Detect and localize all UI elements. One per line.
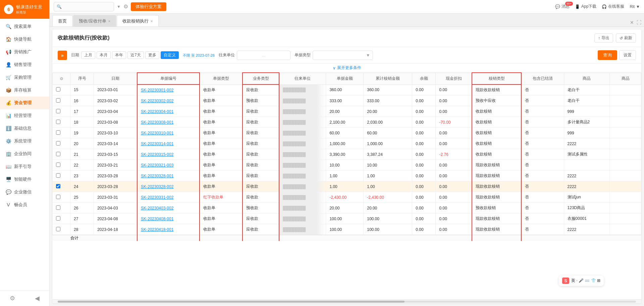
online-service-button[interactable]: 🎧 在线客服	[602, 4, 624, 9]
cell-checkbox[interactable]	[53, 106, 70, 117]
cell-sk-no[interactable]: SK-20230403-002	[137, 203, 200, 213]
cell-checkbox[interactable]	[53, 138, 70, 149]
tab-prepay-close[interactable]: ×	[108, 19, 110, 23]
tab-prepay[interactable]: 预收/应收付单 ×	[73, 15, 116, 26]
cell-checkbox[interactable]	[53, 181, 70, 192]
cell-sk-no[interactable]: SK-20230331-002	[137, 192, 200, 203]
sidebar-item-wechat[interactable]: 💬企业微信	[0, 186, 49, 198]
date-btn-more[interactable]: 更多	[145, 51, 159, 59]
tab-home[interactable]: 首页	[52, 15, 72, 26]
filter-expand-button[interactable]: »	[58, 51, 67, 60]
col-header-gear[interactable]: ⚙	[53, 73, 70, 84]
tab-close-icon[interactable]: ✕	[630, 20, 634, 25]
cell-checkbox[interactable]	[53, 96, 70, 106]
cell-checkbox[interactable]	[53, 128, 70, 138]
cell-checkbox[interactable]	[53, 203, 70, 213]
sidebar-item-system[interactable]: ⚙️系统管理	[0, 135, 49, 147]
cell-sk-no[interactable]: SK-20230418-001	[137, 224, 200, 235]
cell-sk-no[interactable]: SK-20230408-001	[137, 213, 200, 224]
topbar-arrow-icon[interactable]: ▼	[117, 4, 121, 9]
cell-sk-no[interactable]: SK-20230315-002	[137, 149, 200, 160]
sidebar-item-finance[interactable]: 💰资金管理	[0, 97, 49, 109]
filter-date-group: 日期 上月 本月 本年 近7天 更多 自定义	[71, 51, 179, 59]
cell-sk-no[interactable]: SK-20230314-001	[137, 138, 200, 149]
sidebar-item-operation[interactable]: 📊经营管理	[0, 109, 49, 122]
sidebar-item-purchase[interactable]: 🛒采购管理	[0, 71, 49, 84]
sidebar-item-search[interactable]: 🔍搜索菜单	[0, 20, 49, 33]
cell-sk-no[interactable]: SK-20230310-001	[137, 128, 200, 138]
table-row[interactable]: 20 2023-03-14 SK-20230314-001 收款单 应收款 ██…	[53, 138, 641, 149]
date-btn-last-month[interactable]: 上月	[81, 51, 95, 59]
cell-checkbox[interactable]	[53, 213, 70, 224]
query-button[interactable]: 查询	[598, 50, 617, 60]
table-row[interactable]: 17 2023-03-04 SK-20230304-001 收款单 应收款 ██…	[53, 106, 641, 117]
topbar-search[interactable]: 🔍	[54, 2, 114, 11]
date-btn-this-year[interactable]: 本年	[112, 51, 126, 59]
sidebar-icon-operation: 📊	[5, 113, 11, 118]
cell-sk-no[interactable]: SK-20230304-001	[137, 106, 200, 117]
cell-goods: 多计量商品2	[564, 117, 610, 128]
expand-more-button[interactable]: ∨ 展开更多条件	[333, 65, 361, 71]
settings-gear-icon[interactable]: ⚙	[8, 293, 16, 303]
cell-include-settled: 否	[521, 171, 564, 181]
cell-checkbox[interactable]	[53, 224, 70, 235]
table-row[interactable]: 19 2023-03-10 SK-20230310-001 收款单 应收款 ██…	[53, 128, 641, 138]
table-row[interactable]: 21 2023-03-15 SK-20230315-002 收款单 应收款 ██…	[53, 149, 641, 160]
sidebar-item-basic[interactable]: ℹ️基础信息	[0, 122, 49, 135]
industry-solution-button[interactable]: 体验行业方案	[131, 2, 166, 11]
topbar-gear-icon[interactable]: ⚙	[123, 3, 128, 10]
cell-checkbox[interactable]	[53, 117, 70, 128]
sidebar-item-corp[interactable]: 🏢企业协同	[0, 147, 49, 160]
collapse-icon[interactable]: ◀	[34, 293, 41, 303]
cell-checkbox[interactable]	[53, 171, 70, 181]
app-download-button[interactable]: 📱 App下载	[575, 4, 596, 9]
cell-checkbox[interactable]	[53, 149, 70, 160]
sidebar-item-marketing[interactable]: 📢营销推广	[0, 46, 49, 58]
date-btn-7days[interactable]: 近7天	[127, 51, 144, 59]
user-menu[interactable]: Rit ▼	[630, 4, 640, 9]
sidebar-item-inventory[interactable]: 📦库存核算	[0, 84, 49, 97]
table-row[interactable]: 24 2023-03-28 SK-20230328-002 收款单 应收款 ██…	[53, 181, 641, 192]
filter-settings-button[interactable]: 设置	[619, 50, 636, 60]
table-row[interactable]: 23 2023-03-28 SK-20230328-001 收款单 应收款 ██…	[53, 171, 641, 181]
date-options: 上月 本月 本年 近7天 更多 自定义	[81, 51, 179, 59]
sidebar-item-sales[interactable]: 👤销售管理	[0, 58, 49, 71]
export-button[interactable]: ↑ 导出	[594, 34, 613, 43]
cell-checkbox[interactable]	[53, 84, 70, 96]
table-row[interactable]: 22 2023-03-21 SK-20230321-003 收款单 应收款 ██…	[53, 160, 641, 171]
tab-collection[interactable]: 收款核销执行 ×	[117, 15, 158, 26]
receipt-type-select[interactable]: ▼	[313, 51, 373, 60]
tab-maximize-icon[interactable]: ⛶	[637, 20, 641, 25]
cell-sk-no[interactable]: SK-20230302-002	[137, 96, 200, 106]
date-btn-this-month[interactable]: 本月	[97, 51, 111, 59]
horizontal-scrollbar[interactable]	[52, 299, 641, 303]
table-row[interactable]: 28 2023-04-18 SK-20230418-001 收款单 应收款 ██…	[53, 224, 641, 235]
cell-checkbox[interactable]	[53, 192, 70, 203]
sidebar-item-hardware[interactable]: 🖥️智能硬件	[0, 173, 49, 186]
topbar: 🔍 ▼ ⚙ 体验行业方案 💬 消息 99+ 📱 App下载 🎧 在线客服 Rit	[50, 0, 644, 13]
sidebar-item-guide[interactable]: 📖新手引导	[0, 160, 49, 173]
refresh-button[interactable]: ↺ 刷新	[616, 34, 636, 43]
cell-sk-no[interactable]: SK-20230321-003	[137, 160, 200, 171]
table-row[interactable]: 27 2023-04-08 SK-20230408-001 收款单 应收款 ██…	[53, 213, 641, 224]
messages-button[interactable]: 💬 消息 99+	[555, 4, 570, 9]
scroll-thumb[interactable]	[58, 301, 405, 303]
cell-sk-no[interactable]: SK-20230328-002	[137, 181, 200, 192]
cell-checkbox[interactable]	[53, 160, 70, 171]
table-row[interactable]: 18 2023-03-08 SK-20230308-001 收款单 应收款 ██…	[53, 117, 641, 128]
cell-cash-discount: 0.00	[436, 181, 472, 192]
partner-input[interactable]: ...	[237, 51, 290, 60]
date-btn-custom[interactable]: 自定义	[161, 51, 179, 59]
tab-collection-close[interactable]: ×	[151, 19, 153, 23]
cell-sk-no[interactable]: SK-20230301-002	[137, 84, 200, 96]
cell-date: 2023-04-03	[94, 203, 137, 213]
table-row[interactable]: 15 2023-03-01 SK-20230301-002 收款单 应收款 ██…	[53, 84, 641, 96]
cell-sk-no[interactable]: SK-20230308-001	[137, 117, 200, 128]
table-row[interactable]: 16 2023-03-02 SK-20230302-002 收款单 预收款 ██…	[53, 96, 641, 106]
table-row[interactable]: 26 2023-04-03 SK-20230403-002 收款单 预收款 ██…	[53, 203, 641, 213]
sidebar-item-member[interactable]: V畅会员	[0, 198, 49, 211]
sidebar-item-quicknav[interactable]: 🏠快捷导航	[0, 33, 49, 46]
cell-include-settled: 否	[521, 106, 564, 117]
table-row[interactable]: 25 2023-03-31 SK-20230331-002 红字收款单 应收款 …	[53, 192, 641, 203]
cell-sk-no[interactable]: SK-20230328-001	[137, 171, 200, 181]
